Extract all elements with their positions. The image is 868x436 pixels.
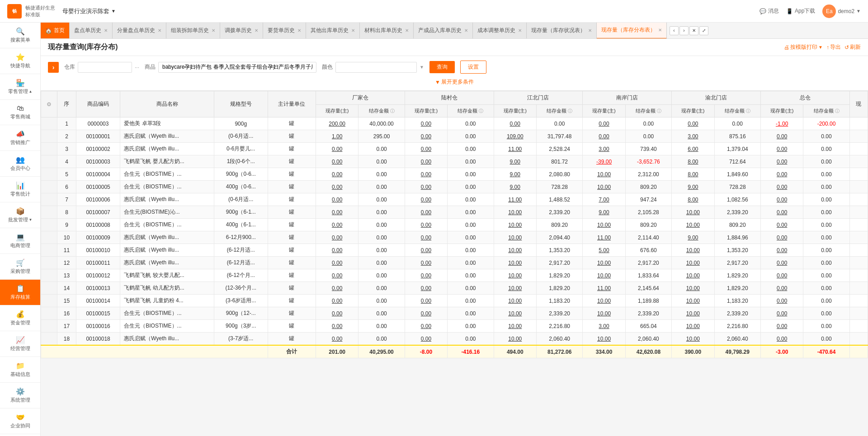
sidebar-item-marketing[interactable]: 📣 营销推广	[0, 125, 40, 151]
table-cell[interactable]: 0.00	[760, 295, 803, 307]
table-cell[interactable]: 0.00	[405, 193, 447, 206]
table-cell[interactable]: 9.00	[583, 206, 625, 219]
table-cell[interactable]: 0.00	[760, 168, 803, 181]
close-icon[interactable]: ✕	[104, 28, 108, 33]
table-cell[interactable]: 0.00	[405, 219, 447, 231]
sidebar-item-collab[interactable]: 🤝 企业协同	[0, 408, 40, 434]
table-cell[interactable]: 10.00	[672, 307, 714, 320]
table-cell[interactable]: 109.00	[494, 130, 536, 143]
sidebar-item-retail-stats[interactable]: 📊 零售统计	[0, 177, 40, 202]
tab-stock-status[interactable]: 现存量（库存状况表） ✕	[527, 23, 597, 39]
tab-product-in[interactable]: 产成品入库单历史 ✕	[414, 23, 473, 39]
tab-stock-dist[interactable]: 现存量（库存分布表） ✕	[597, 23, 667, 39]
refresh-btn[interactable]: ↺ 刷新	[844, 43, 861, 51]
table-cell[interactable]: 10.00	[494, 231, 536, 244]
table-cell[interactable]: 10.00	[583, 168, 625, 181]
table-cell[interactable]: 0.00	[760, 130, 803, 143]
table-cell[interactable]: 10.00	[494, 269, 536, 282]
table-cell[interactable]: 10.00	[672, 333, 714, 346]
table-cell[interactable]: 11.00	[494, 193, 536, 206]
sidebar-item-system[interactable]: ⚙️ 系统管理	[0, 383, 40, 408]
table-cell[interactable]: 8.00	[672, 155, 714, 168]
table-cell[interactable]: 1.00	[316, 130, 358, 143]
close-icon[interactable]: ✕	[351, 28, 355, 33]
close-icon[interactable]: ✕	[464, 28, 468, 33]
table-cell[interactable]: 0.00	[316, 143, 358, 155]
close-icon[interactable]: ✕	[588, 28, 592, 33]
print-btn[interactable]: 🖨 按模版打印 ▼	[784, 43, 823, 51]
table-cell[interactable]: 0.00	[405, 269, 447, 282]
table-cell[interactable]: 10.00	[583, 295, 625, 307]
table-cell[interactable]: 0.00	[583, 117, 625, 130]
tab-home[interactable]: 🏠 首页	[41, 23, 70, 39]
table-cell[interactable]: 10.00	[672, 244, 714, 257]
close-icon[interactable]: ✕	[255, 28, 258, 33]
table-cell[interactable]: 10.00	[494, 206, 536, 219]
table-cell[interactable]: 9.00	[494, 181, 536, 193]
table-cell[interactable]: 10.00	[494, 244, 536, 257]
table-cell[interactable]: 0.00	[760, 307, 803, 320]
tab-transfer[interactable]: 调拨单历史 ✕	[220, 23, 263, 39]
table-cell[interactable]: 0.00	[405, 282, 447, 295]
table-cell[interactable]: 0.00	[405, 333, 447, 346]
tab-assembly[interactable]: 组装拆卸单历史 ✕	[166, 23, 220, 39]
table-cell[interactable]: 10.00	[583, 257, 625, 269]
table-cell[interactable]: 10.00	[494, 257, 536, 269]
tab-close-all-btn[interactable]: ✕	[689, 26, 698, 35]
close-icon[interactable]: ✕	[518, 28, 522, 33]
settings-btn[interactable]: 设置	[460, 61, 486, 74]
query-btn[interactable]: 查询	[429, 61, 455, 73]
table-cell[interactable]: 0.00	[316, 231, 358, 244]
table-cell[interactable]: 11.00	[583, 282, 625, 295]
sidebar-item-base[interactable]: 📁 基础信息	[0, 357, 40, 383]
table-cell[interactable]: 10.00	[583, 181, 625, 193]
table-cell[interactable]: 0.00	[760, 143, 803, 155]
table-cell[interactable]: 0.00	[316, 320, 358, 333]
goods-input[interactable]	[158, 62, 316, 73]
table-cell[interactable]: 10.00	[494, 307, 536, 320]
table-cell[interactable]: 0.00	[316, 307, 358, 320]
table-cell[interactable]: 0.00	[405, 168, 447, 181]
table-cell[interactable]: 200.00	[316, 117, 358, 130]
table-cell[interactable]: 0.00	[316, 206, 358, 219]
table-cell[interactable]: 10.00	[672, 269, 714, 282]
table-cell[interactable]: 0.00	[405, 295, 447, 307]
table-cell[interactable]: 10.00	[583, 333, 625, 346]
tab-cost-adjust[interactable]: 成本调整单历史 ✕	[473, 23, 527, 39]
table-cell[interactable]: 0.00	[316, 333, 358, 346]
table-cell[interactable]: 0.00	[405, 307, 447, 320]
sidebar-item-retail-mgmt[interactable]: 🏪 零售管理 ▲	[0, 74, 40, 100]
app-download-btn[interactable]: 📱 App下载	[786, 7, 815, 15]
table-cell[interactable]: 10.00	[494, 333, 536, 346]
table-cell[interactable]: 0.00	[760, 269, 803, 282]
table-cell[interactable]: 11.00	[494, 143, 536, 155]
table-cell[interactable]: 0.00	[760, 257, 803, 269]
table-cell[interactable]: 3.00	[672, 130, 714, 143]
warehouse-input[interactable]	[78, 62, 132, 73]
table-cell[interactable]: 0.00	[583, 130, 625, 143]
table-cell[interactable]: 10.00	[672, 219, 714, 231]
table-cell[interactable]: 7.00	[583, 193, 625, 206]
table-cell[interactable]: 0.00	[316, 282, 358, 295]
table-cell[interactable]: 0.00	[316, 168, 358, 181]
table-cell[interactable]: 0.00	[405, 206, 447, 219]
table-cell[interactable]: 0.00	[405, 320, 447, 333]
table-cell[interactable]: -1.00	[760, 117, 803, 130]
table-cell[interactable]: -39.00	[583, 155, 625, 168]
close-icon[interactable]: ✕	[212, 28, 215, 33]
gear-icon[interactable]: ⚙	[47, 101, 52, 108]
table-cell[interactable]: 10.00	[672, 295, 714, 307]
table-cell[interactable]: 11.00	[583, 231, 625, 244]
table-cell[interactable]: 8.00	[672, 193, 714, 206]
table-cell[interactable]: 10.00	[494, 295, 536, 307]
expand-conditions-btn[interactable]: ▼ 展开更多条件	[435, 78, 474, 86]
table-cell[interactable]: 0.00	[760, 219, 803, 231]
table-cell[interactable]: 0.00	[405, 155, 447, 168]
tab-order[interactable]: 要货单历史 ✕	[263, 23, 306, 39]
table-cell[interactable]: 3.00	[583, 320, 625, 333]
table-cell[interactable]: 10.00	[672, 206, 714, 219]
selector[interactable]: 母婴行业演示陈套 ▼	[62, 7, 116, 15]
sidebar-item-inventory[interactable]: 📋 库存核算	[0, 280, 40, 305]
sidebar-item-member[interactable]: 👥 会员中心	[0, 151, 40, 177]
table-cell[interactable]: 10.00	[583, 269, 625, 282]
